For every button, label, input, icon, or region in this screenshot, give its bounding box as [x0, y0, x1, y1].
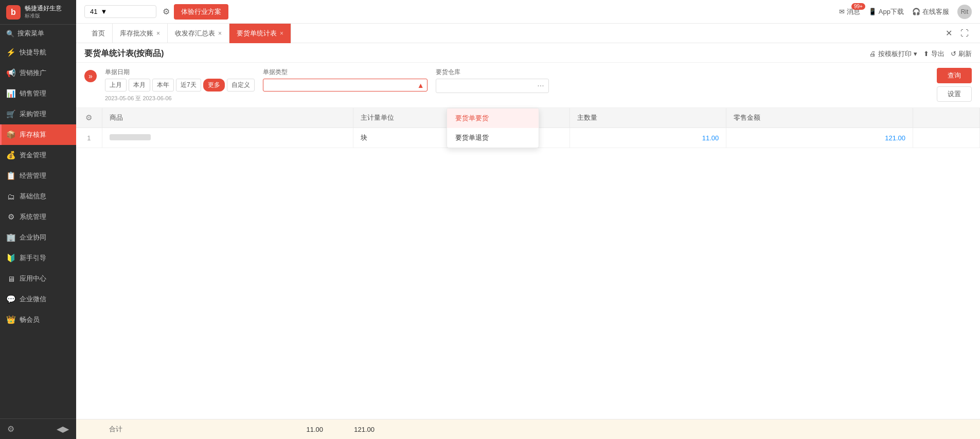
logo-icon: b	[6, 5, 21, 20]
sidebar-item-label: 库存核算	[20, 130, 46, 139]
more-dates-btn[interactable]: 更多	[203, 79, 225, 92]
sidebar-item-sales[interactable]: 📊 销售管理	[0, 83, 76, 104]
tab-home-label: 首页	[92, 29, 105, 38]
headset-icon: 🎧	[912, 8, 920, 15]
column-settings-icon[interactable]: ⚙	[85, 113, 92, 122]
footer-total-label: 合计	[109, 425, 212, 434]
col-quantity: 主数量	[569, 108, 726, 128]
sidebar-item-label: 应用中心	[20, 274, 46, 283]
sidebar-item-label: 经营管理	[20, 171, 46, 180]
tab-close-order-stats[interactable]: ×	[280, 30, 283, 37]
sidebar-item-inventory[interactable]: 📦 库存核算	[0, 124, 76, 145]
sidebar-item-quick-nav[interactable]: ⚡ 快捷导航	[0, 42, 76, 63]
col-settings[interactable]: ⚙	[76, 108, 102, 128]
print-icon: 🖨	[869, 50, 876, 58]
row-goods	[102, 128, 353, 148]
tab-close-receive-summary[interactable]: ×	[218, 30, 222, 37]
sidebar-item-label: 企业协同	[20, 233, 46, 242]
sidebar-item-base-info[interactable]: 🗂 基础信息	[0, 186, 76, 207]
footer-quantity: 11.00	[279, 426, 330, 433]
member-icon: 👑	[6, 315, 15, 324]
tab-label: 收发存汇总表	[175, 29, 215, 38]
this-month-btn[interactable]: 本月	[129, 79, 150, 92]
topbar-right: ✉ 消息 99+ 📱 App下载 🎧 在线客服 Rit	[839, 5, 972, 19]
sidebar-item-system[interactable]: ⚙ 系统管理	[0, 207, 76, 227]
sidebar-item-operations[interactable]: 📋 经营管理	[0, 166, 76, 186]
last-7-days-btn[interactable]: 近7天	[176, 79, 201, 92]
tab-order-stats[interactable]: 要货单统计表 ×	[229, 24, 291, 43]
sidebar-item-purchase[interactable]: 🛒 采购管理	[0, 104, 76, 124]
date-range-text: 2023-05-06 至 2023-06-06	[105, 95, 255, 102]
sales-icon: 📊	[6, 89, 15, 98]
tabs-bar: 首页 库存批次账 × 收发存汇总表 × 要货单统计表 × ✕ ⛶	[76, 24, 980, 43]
export-button[interactable]: ⬆ 导出	[923, 49, 945, 59]
dropdown-item-order-return[interactable]: 要货单退货	[447, 128, 539, 148]
row-index: 1	[76, 128, 102, 148]
sidebar: b 畅捷通好生意 标准版 🔍 搜索菜单 ⚡ 快捷导航 📢 营销推广 📊 销售管理…	[0, 0, 76, 439]
search-menu-label: 搜索菜单	[17, 29, 44, 38]
settings-filter-button[interactable]: 设置	[937, 86, 972, 102]
app-download-item[interactable]: 📱 App下载	[868, 7, 904, 16]
tab-label: 库存批次账	[120, 29, 153, 38]
data-table-wrap: ⚙ 商品 主计量单位 主数量 零售金额 1	[76, 108, 980, 419]
collapse-icon[interactable]: ◀▶	[57, 424, 69, 434]
tab-label: 要货单统计表	[237, 29, 277, 38]
logo-area: b 畅捷通好生意 标准版	[0, 0, 76, 25]
search-icon: 🔍	[6, 30, 14, 38]
topbar-gear-icon[interactable]: ⚙	[163, 7, 170, 16]
last-month-btn[interactable]: 上月	[105, 79, 127, 92]
operations-icon: 📋	[6, 171, 15, 180]
chevron-down-icon: ▼	[100, 8, 107, 15]
date-filter-label: 单据日期	[105, 68, 255, 77]
refresh-label: 刷新	[958, 49, 972, 59]
tab-close-inventory-batch[interactable]: ×	[156, 30, 160, 37]
print-template-button[interactable]: 🖨 按模板打印 ▾	[869, 49, 917, 59]
custom-date-btn[interactable]: 自定义	[227, 79, 255, 92]
filter-bar: » 单据日期 上月 本月 本年 近7天 更多 自定义 2023-05-06 至 …	[76, 63, 980, 108]
sidebar-item-label: 畅会员	[20, 315, 40, 324]
base-info-icon: 🗂	[6, 192, 15, 201]
close-all-tabs-icon[interactable]: ✕	[942, 27, 955, 39]
trial-industry-button[interactable]: 体验行业方案	[174, 4, 228, 20]
row-amount: 121.00	[726, 128, 913, 148]
sidebar-item-label: 企业微信	[20, 295, 46, 304]
messages-item[interactable]: ✉ 消息 99+	[839, 7, 860, 16]
dropdown-item-order-goods[interactable]: 要货单要货	[447, 108, 539, 128]
warehouse-input-wrap[interactable]: ···	[436, 79, 549, 93]
sidebar-item-wechat[interactable]: 💬 企业微信	[0, 289, 76, 309]
store-selector[interactable]: 41 ▼	[84, 5, 156, 18]
main-area: 41 ▼ ⚙ 体验行业方案 ✉ 消息 99+ 📱 App下载 🎧 在线客服	[76, 0, 980, 439]
tab-inventory-batch[interactable]: 库存批次账 ×	[113, 24, 168, 43]
refresh-button[interactable]: ↺ 刷新	[951, 49, 972, 59]
query-button[interactable]: 查询	[937, 68, 972, 83]
sidebar-item-marketing[interactable]: 📢 营销推广	[0, 63, 76, 83]
guide-icon: 🔰	[6, 253, 15, 263]
sidebar-item-member[interactable]: 👑 畅会员	[0, 309, 76, 330]
app-download-icon: 📱	[868, 8, 877, 15]
sidebar-item-app-center[interactable]: 🖥 应用中心	[0, 268, 76, 289]
maximize-icon[interactable]: ⛶	[957, 28, 972, 39]
sidebar-item-enterprise[interactable]: 🏢 企业协同	[0, 227, 76, 248]
sidebar-item-finance[interactable]: 💰 资金管理	[0, 145, 76, 166]
warehouse-more-icon[interactable]: ···	[537, 81, 544, 90]
type-filter-input[interactable]	[263, 79, 427, 92]
this-year-btn[interactable]: 本年	[152, 79, 174, 92]
warehouse-filter-group: 要货仓库 ···	[436, 68, 549, 93]
topbar: 41 ▼ ⚙ 体验行业方案 ✉ 消息 99+ 📱 App下载 🎧 在线客服	[76, 0, 980, 24]
filter-right-actions: 查询 设置	[937, 68, 972, 102]
user-avatar-item[interactable]: Rit	[957, 5, 972, 19]
topbar-left: 41 ▼ ⚙ 体验行业方案	[84, 4, 834, 20]
search-menu-item[interactable]: 🔍 搜索菜单	[0, 25, 76, 42]
tab-home[interactable]: 首页	[84, 24, 113, 43]
refresh-icon: ↺	[951, 50, 956, 58]
sidebar-item-guide[interactable]: 🔰 新手引导	[0, 248, 76, 268]
col-extra	[913, 108, 980, 128]
settings-bottom-icon[interactable]: ⚙	[7, 424, 14, 434]
sidebar-item-label: 基础信息	[20, 192, 46, 201]
page-content: 要货单统计表(按商品) 🖨 按模板打印 ▾ ⬆ 导出 ↺ 刷新 »	[76, 43, 980, 439]
sidebar-item-label: 采购管理	[20, 109, 46, 119]
type-caret-up-icon[interactable]: ▲	[417, 81, 424, 89]
tab-receive-summary[interactable]: 收发存汇总表 ×	[168, 24, 229, 43]
online-service-item[interactable]: 🎧 在线客服	[912, 7, 949, 16]
expand-filter-button[interactable]: »	[84, 70, 97, 82]
